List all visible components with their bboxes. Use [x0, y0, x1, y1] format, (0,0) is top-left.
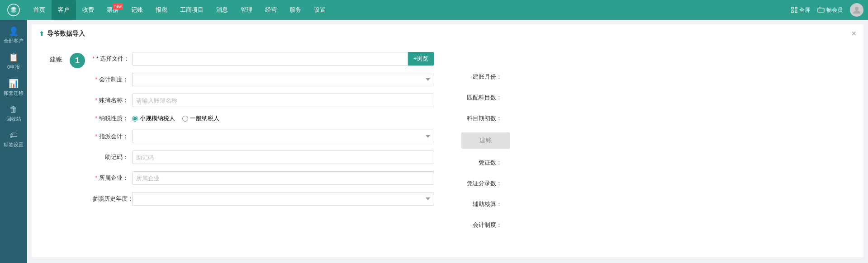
nav-item-settings[interactable]: 设置: [308, 0, 332, 20]
svg-rect-4: [795, 11, 797, 13]
svg-rect-3: [792, 11, 793, 13]
page-header: ⬆ 导爷数据导入 ×: [32, 24, 863, 43]
sidebar-label-all-clients: 全部客户: [4, 38, 24, 44]
main-content: ⬆ 导爷数据导入 × 建账 1 * * 选择文件: [27, 20, 868, 263]
declaration-icon: 📋: [9, 52, 19, 62]
radio-general-input[interactable]: [182, 116, 188, 122]
svg-rect-1: [792, 7, 793, 9]
sidebar-label-declaration: 0申报: [7, 64, 20, 70]
nav-item-service[interactable]: 服务: [283, 0, 308, 20]
memo-code-input[interactable]: [132, 150, 434, 164]
sidebar-item-all-clients[interactable]: 👤 全部客户: [0, 23, 27, 48]
accountant-label: * 指派会计：: [92, 132, 128, 141]
avatar[interactable]: [850, 3, 863, 17]
voucher-records-row: 凭证分录数：: [461, 177, 846, 190]
new-badge: new: [113, 3, 123, 9]
nav-item-invoice[interactable]: 票据 new: [100, 0, 125, 20]
ledger-name-row: * 账簿名称：: [92, 94, 434, 107]
create-account-button[interactable]: 建账: [461, 132, 510, 149]
step-label: 建账: [50, 56, 62, 64]
nav-item-operation[interactable]: 经营: [259, 0, 283, 20]
company-row: * 所属企业：: [92, 171, 434, 185]
accountant-select[interactable]: [132, 130, 434, 143]
tax-type-radio-group: 小规模纳税人 一般纳税人: [132, 114, 434, 122]
radio-small-input[interactable]: [132, 116, 138, 122]
sidebar-item-recycle[interactable]: 🗑 回收站: [0, 101, 27, 126]
ledger-name-input[interactable]: [132, 94, 434, 107]
match-subject-label: 匹配科目数：: [461, 94, 502, 102]
sidebar: 👤 全部客户 📋 0申报 📊 账套迁移 🗑 回收站 🏷 标签设置: [0, 20, 27, 263]
main-layout: 👤 全部客户 📋 0申报 📊 账套迁移 🗑 回收站 🏷 标签设置 ⬆ 导爷数据导…: [0, 20, 868, 263]
nav-item-manage[interactable]: 管理: [234, 0, 259, 20]
account-month-label: 建账月份：: [461, 73, 502, 81]
nav-item-business[interactable]: 工商项目: [174, 0, 210, 20]
member-btn[interactable]: 畅会员: [817, 6, 843, 14]
recycle-icon: 🗑: [9, 105, 18, 114]
accountant-row: * 指派会计：: [92, 130, 434, 143]
history-year-select[interactable]: [132, 192, 434, 206]
tax-type-label: * 纳税性质：: [92, 114, 128, 122]
sidebar-label-recycle: 回收站: [6, 116, 21, 122]
form-fields: * * 选择文件： +浏览 * 会计制度：: [92, 52, 434, 213]
page-title: ⬆ 导爷数据导入: [39, 30, 85, 38]
fullscreen-label: 全屏: [799, 6, 810, 14]
tags-icon: 🏷: [9, 131, 18, 140]
match-subject-row: 匹配科目数：: [461, 91, 846, 104]
sidebar-label-migration: 账套迁移: [4, 90, 24, 97]
nav-item-client[interactable]: 客户: [52, 0, 76, 20]
select-file-row: * * 选择文件： +浏览: [92, 52, 434, 66]
all-clients-icon: 👤: [9, 26, 19, 36]
nav-item-home[interactable]: 首页: [27, 0, 52, 20]
right-accounting-system-label: 会计制度：: [461, 221, 502, 229]
radio-small-label: 小规模纳税人: [140, 114, 175, 122]
form-container: 建账 1 * * 选择文件： +浏览: [32, 43, 863, 257]
accounting-system-label: * 会计制度：: [92, 75, 128, 84]
member-label: 畅会员: [826, 6, 843, 14]
radio-general-label: 一般纳税人: [190, 114, 219, 122]
nav-item-bookkeeping[interactable]: 记账: [125, 0, 149, 20]
account-month-row: 建账月份：: [461, 70, 846, 84]
step-circle: 1: [70, 53, 85, 68]
step-section: 建账 1 * * 选择文件： +浏览: [50, 52, 434, 213]
file-input-group: +浏览: [132, 52, 434, 66]
ledger-name-label: * 账簿名称：: [92, 96, 128, 104]
history-year-label: 参照历史年度：: [92, 195, 128, 203]
fullscreen-btn[interactable]: 全屏: [791, 6, 810, 14]
select-file-label: * * 选择文件：: [92, 55, 128, 63]
tax-type-row: * 纳税性质： 小规模纳税人 一般纳税人: [92, 114, 434, 122]
form-layout: 建账 1 * * 选择文件： +浏览: [50, 52, 845, 239]
radio-small-taxpayer[interactable]: 小规模纳税人: [132, 114, 175, 122]
migration-icon: 📊: [9, 79, 19, 89]
nav-item-tax[interactable]: 报税: [149, 0, 174, 20]
browse-button[interactable]: +浏览: [408, 52, 434, 66]
create-account-btn-row: 建账: [461, 132, 846, 149]
form-right: 建账月份： 匹配科目数： 科目期初数： 建账: [461, 52, 846, 239]
company-input[interactable]: [132, 171, 434, 185]
subject-balance-label: 科目期初数：: [461, 114, 502, 122]
nav-item-message[interactable]: 消息: [210, 0, 234, 20]
logo: [5, 1, 23, 19]
svg-rect-5: [818, 8, 824, 12]
voucher-records-label: 凭证分录数：: [461, 179, 502, 188]
memo-code-row: 助记码：: [92, 150, 434, 164]
svg-rect-2: [795, 7, 797, 9]
sidebar-item-migration[interactable]: 📊 账套迁移: [0, 75, 27, 100]
company-label: * 所属企业：: [92, 174, 128, 182]
sidebar-item-tags[interactable]: 🏷 标签设置: [0, 127, 27, 152]
accounting-system-row: * 会计制度：: [92, 73, 434, 86]
voucher-count-row: 凭证数：: [461, 156, 846, 169]
aux-accounting-label: 辅助核算：: [461, 200, 502, 208]
right-accounting-system-row: 会计制度：: [461, 218, 846, 232]
history-year-row: 参照历史年度：: [92, 192, 434, 206]
nav-right: 全屏 畅会员: [791, 3, 863, 17]
memo-code-label: 助记码：: [92, 153, 128, 161]
accounting-system-select[interactable]: [132, 73, 434, 86]
nav-item-fee[interactable]: 收费: [76, 0, 100, 20]
svg-point-6: [855, 7, 859, 10]
sidebar-item-declaration[interactable]: 📋 0申报: [0, 49, 27, 74]
close-button[interactable]: ×: [851, 29, 856, 38]
file-input[interactable]: [132, 52, 408, 66]
subject-balance-row: 科目期初数：: [461, 112, 846, 125]
form-left: 建账 1 * * 选择文件： +浏览: [50, 52, 434, 239]
radio-general-taxpayer[interactable]: 一般纳税人: [182, 114, 219, 122]
